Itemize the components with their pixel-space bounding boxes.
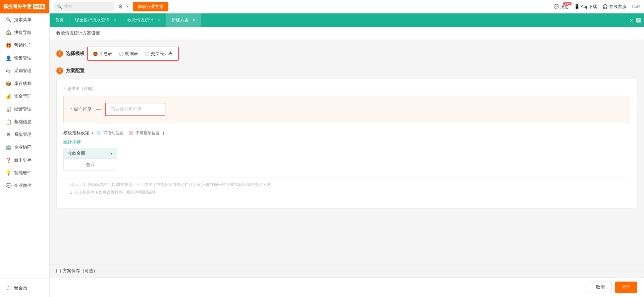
industry-btn[interactable]: 体验行业方案 [133, 2, 168, 11]
app-download[interactable]: 📱 App下载 [574, 4, 597, 10]
tip-2: 2. 点击标题栏下拉可设置排序、插入列和删除列 [63, 190, 630, 195]
tab-bank-flow[interactable]: 现金银行流水查询 ✕ [69, 13, 122, 27]
user-icon: 👤 [5, 55, 11, 61]
cancel-button[interactable]: 取消 [589, 282, 612, 293]
sidebar-item-quick-nav[interactable]: 🏠 快捷导航 [0, 26, 49, 39]
building-icon: 🏢 [5, 145, 11, 150]
sidebar-bottom: ⬡ 畅会员 [0, 279, 49, 297]
tab-home[interactable]: 首页 [50, 13, 69, 27]
page-title-bar: 收款情况统计方案设置 [50, 27, 644, 40]
download-icon: 📱 [574, 4, 580, 9]
settings-icon[interactable]: ⚙ [118, 3, 123, 10]
sidebar-item-purchase[interactable]: 🛍 采购管理 [0, 64, 49, 77]
sidebar-item-label: 采购管理 [14, 68, 32, 74]
close-collection-stats-icon[interactable]: ✕ [157, 18, 160, 22]
tab-collection-stats[interactable]: 收款情况统计 ✕ [122, 13, 166, 27]
template-cross-label: 交叉统计表 [151, 51, 173, 57]
draggable-legend-dot [97, 131, 101, 135]
sidebar-item-system[interactable]: ⚙ 系统管理 [0, 128, 49, 141]
sidebar-item-search-menu[interactable]: 🔍 搜索菜单 [0, 13, 49, 26]
draggable-legend-label: 可拖动位置 [103, 130, 123, 136]
sidebar-item-label: 资金管理 [14, 93, 32, 99]
sidebar-item-basic-info[interactable]: 📋 基础信息 [0, 115, 49, 128]
money-icon: 💰 [5, 94, 11, 99]
search-placeholder: 搜索 [64, 4, 72, 9]
metrics-cell-total: 合计 [64, 159, 117, 170]
search-bar[interactable]: 🔍 搜索 [54, 2, 114, 11]
gear-icon: ⚙ [5, 132, 11, 137]
bottom-bar: 方案保存（可选） [50, 264, 644, 277]
sidebar-item-marketing[interactable]: 🎁 营销推广 [0, 39, 49, 52]
chat-icon: 💬 [5, 183, 11, 188]
sidebar-item-label: 智能硬件 [14, 170, 32, 176]
step2-num: 2 [56, 67, 63, 74]
service-label: 在线客服 [609, 4, 627, 9]
query-button[interactable]: 查询 [615, 282, 637, 293]
tabbar: 首页 现金银行流水查询 ✕ 收款情况统计 ✕ 新建方案 ✕ ✕ ⬜ [50, 13, 644, 27]
step2-title: 方案配置 [66, 68, 85, 74]
gift-icon: 🎁 [5, 43, 11, 48]
tab-new-plan[interactable]: 新建方案 ✕ [166, 13, 201, 27]
template-cross-radio[interactable] [145, 52, 149, 56]
online-service[interactable]: 🎧 在线客服 [602, 4, 627, 10]
chart-icon: 📊 [5, 106, 11, 112]
sidebar-item-label: 畅会员 [14, 285, 27, 291]
logo-text: 畅捷通好生意 [3, 4, 32, 10]
dimension-title: 汇总维度（必选） [63, 86, 630, 92]
sidebar-item-operation[interactable]: 📊 经营管理 [0, 103, 49, 115]
home-icon: 🏠 [5, 30, 11, 35]
template-detail-radio[interactable] [119, 52, 123, 56]
logo-badge: 标准版 [33, 4, 45, 9]
save-checkbox[interactable] [56, 269, 61, 273]
sidebar-item-newbie[interactable]: ❓ 新手引导 [0, 154, 49, 166]
template-detail-label: 明细表 [125, 51, 138, 57]
sidebar-item-label: 系统管理 [14, 132, 32, 138]
window-close-icon[interactable]: ✕ [630, 18, 633, 23]
message-icon: 💬 [554, 4, 559, 9]
topbar-right: 💬 消息 99+ 📱 App下载 🎧 在线客服 CaR [554, 4, 640, 10]
metrics-label: 统计指标 [63, 139, 630, 145]
sidebar-item-wechat[interactable]: 💬 企业微信 [0, 179, 49, 192]
template-cross-option[interactable]: 交叉统计表 [145, 51, 173, 57]
search-menu-icon: 🔍 [5, 17, 11, 22]
sidebar-item-label: 经营管理 [14, 106, 32, 112]
dimension-select-dropdown[interactable]: 请选择分组维度 [105, 103, 165, 116]
sidebar-item-corp[interactable]: 🏢 企业协同 [0, 141, 49, 154]
username-display[interactable]: CaR [632, 4, 640, 9]
search-icon: 🔍 [57, 4, 62, 9]
fixed-legend-dot [129, 131, 133, 135]
notif-badge: 99+ [563, 2, 572, 5]
sidebar-item-label: 基础信息 [14, 119, 32, 125]
sidebar-item-label: 新手引导 [14, 157, 32, 163]
step1-num: 1 [56, 50, 63, 57]
sidebar-item-hardware[interactable]: 💡 智能硬件 [0, 166, 49, 179]
sidebar-item-label: 营销推广 [14, 42, 32, 48]
dimension-grid: * 纵向维度 — 请选择分组维度 [63, 96, 630, 123]
save-label: 方案保存（可选） [63, 268, 98, 274]
device-icon: 💡 [5, 170, 11, 176]
close-bank-flow-icon[interactable]: ✕ [113, 18, 116, 22]
save-option[interactable]: 方案保存（可选） [56, 268, 98, 274]
sidebar-item-member[interactable]: ⬡ 畅会员 [0, 282, 49, 294]
template-detail-option[interactable]: 明细表 [119, 51, 138, 57]
template-summary-label: 汇总表 [99, 51, 112, 57]
tab-collection-stats-label: 收款情况统计 [127, 17, 154, 23]
template-summary-radio[interactable] [93, 52, 98, 56]
arrow-icon: — [96, 106, 101, 112]
sidebar-item-capital[interactable]: 💰 资金管理 [0, 90, 49, 103]
tab-actions: ✕ ⬜ [627, 13, 644, 27]
step1-title: 选择模板 [66, 51, 85, 57]
sidebar-item-sales[interactable]: 👤 销售管理 [0, 52, 49, 64]
metrics-dropdown-icon[interactable]: ▾ [111, 151, 113, 156]
close-new-plan-icon[interactable]: ✕ [192, 18, 196, 22]
main-area: 🔍 搜索 ⚙ ▾ 体验行业方案 💬 消息 99+ 📱 App下载 🎧 在线客服 … [50, 0, 644, 297]
step2-header: 2 方案配置 [56, 67, 637, 74]
notification-bell[interactable]: 💬 消息 99+ [554, 4, 569, 10]
step2-section: 2 方案配置 汇总维度（必选） * 纵向维度 [56, 67, 637, 208]
window-maximize-icon[interactable]: ⬜ [636, 18, 641, 23]
sidebar-item-inventory[interactable]: 📦 库存核算 [0, 77, 49, 90]
metrics-section: 模板指标设定（ 可拖动位置 不可拖动位置 ） 统计指标 收款金额 ▾ [63, 130, 630, 171]
template-summary-option[interactable]: 汇总表 [93, 51, 112, 57]
form-area: 1 选择模板 汇总表 明细表 交叉统计表 [50, 40, 644, 264]
dimension-row: * 纵向维度 — 请选择分组维度 [70, 103, 165, 116]
